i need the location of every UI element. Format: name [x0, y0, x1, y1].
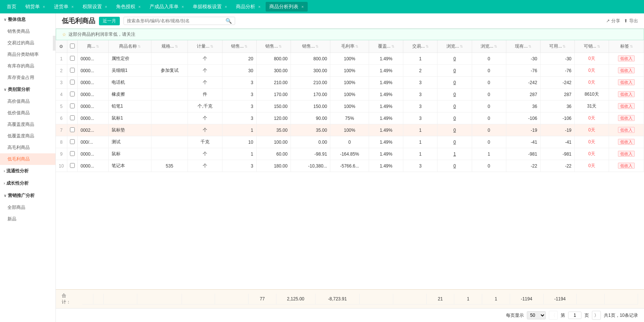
row-checkbox[interactable] [70, 151, 75, 156]
row-trade: 1 [403, 124, 438, 136]
sidebar-item-all-products[interactable]: 全部商品 [0, 202, 55, 213]
sidebar-item-low-value[interactable]: 低价值商品 [0, 107, 55, 119]
col-gross-margin[interactable]: 毛利率⇅ [330, 40, 369, 53]
col-sale-price[interactable]: 销售...⇅ [256, 40, 291, 53]
sidebar-item-traded-products[interactable]: 交易过的商品 [0, 37, 55, 49]
row-saleable: 0天 [575, 124, 609, 136]
col-unit[interactable]: 计量...⇅ [188, 40, 222, 53]
sidebar-item-high-value[interactable]: 高价值商品 [0, 96, 55, 107]
page-number-input[interactable] [568, 312, 581, 319]
sidebar-group-growth[interactable]: › 成长性分析 [0, 177, 55, 189]
search-input[interactable] [127, 18, 225, 23]
sidebar-collapse-button[interactable]: 《 [53, 36, 56, 51]
sidebar-item-high-coverage[interactable]: 高覆盖度商品 [0, 119, 55, 130]
col-current[interactable]: 现有...⇅ [506, 40, 540, 53]
sidebar-item-sales-products[interactable]: 销售类商品 [0, 26, 55, 37]
nav-product-analysis[interactable]: 商品分析 × [232, 2, 264, 12]
nav-purchase[interactable]: 进货单 × [50, 2, 77, 12]
row-checkbox-cell[interactable] [67, 148, 77, 160]
col-saleable[interactable]: 可销...⇅ [575, 40, 609, 53]
col-checkbox[interactable] [67, 40, 77, 53]
row-browse1[interactable]: 1 [438, 148, 472, 160]
sidebar-group-marketing[interactable]: ∨ 营销推广分析 [0, 189, 55, 202]
row-checkbox-cell[interactable] [67, 89, 77, 101]
sidebar-item-high-margin[interactable]: 高毛利商品 [0, 142, 55, 153]
row-checkbox[interactable] [70, 127, 75, 132]
row-sale-amount: 300.00 [291, 65, 330, 77]
row-checkbox[interactable] [70, 68, 75, 73]
row-checkbox-cell[interactable] [67, 53, 77, 65]
nav-roles[interactable]: 角色授权 × [112, 2, 144, 12]
row-browse1[interactable]: 0 [438, 160, 472, 172]
sidebar-group-liquidity[interactable]: › 流通性分析 [0, 165, 55, 177]
row-checkbox-cell[interactable] [67, 160, 77, 172]
nav-product-analysis-list[interactable]: 商品分析列表 × [266, 2, 307, 12]
col-sale-amount[interactable]: 销售...⇅ [291, 40, 330, 53]
prev-page-button[interactable]: 〈 [549, 311, 558, 320]
col-name[interactable]: 商品名称⇅ [109, 40, 151, 53]
col-available[interactable]: 可用...⇅ [540, 40, 574, 53]
nav-product-analysis-close-icon[interactable]: × [258, 4, 260, 9]
row-checkbox-cell[interactable] [67, 101, 77, 112]
row-sale-price: 60.00 [256, 148, 291, 160]
row-browse1[interactable]: 0 [438, 112, 472, 124]
col-spec[interactable]: 规格...⇅ [151, 40, 188, 53]
nav-product-entry-close-icon[interactable]: × [182, 4, 184, 9]
row-checkbox[interactable] [70, 80, 75, 85]
nav-sales[interactable]: 销货单 × [22, 2, 49, 12]
page-size-select[interactable]: 50 10 20 100 [527, 311, 546, 319]
row-checkbox[interactable] [70, 56, 75, 61]
nav-product-entry[interactable]: 产成品入库单 × [146, 2, 188, 12]
col-code[interactable]: 商...⇅ [77, 40, 109, 53]
row-browse1[interactable]: 0 [438, 77, 472, 89]
nav-product-analysis-list-close-icon[interactable]: × [301, 4, 304, 9]
row-checkbox-cell[interactable] [67, 136, 77, 148]
row-browse1[interactable]: 0 [438, 136, 472, 148]
row-checkbox[interactable] [70, 163, 75, 168]
row-checkbox[interactable] [70, 92, 75, 96]
sidebar-item-category-rate[interactable]: 商品分类助销率 [0, 49, 55, 60]
sidebar-item-low-coverage[interactable]: 低覆盖度商品 [0, 130, 55, 142]
select-all-checkbox[interactable] [70, 44, 75, 48]
row-browse1[interactable]: 0 [438, 53, 472, 65]
table-row: 4 0000... 橡皮擦 件 3 170.00 170.00 100% 1.4… [56, 89, 644, 101]
col-trade[interactable]: 交易...⇅ [403, 40, 438, 53]
sidebar-group-category[interactable]: ∨ 类别室分析 [0, 83, 55, 96]
search-icon[interactable]: 🔍 [225, 18, 232, 24]
row-checkbox-cell[interactable] [67, 65, 77, 77]
sidebar-item-new-products[interactable]: 新品 [0, 213, 55, 225]
sidebar-group-overall[interactable]: ∨ 整体信息 [0, 13, 55, 26]
row-available: -242 [540, 77, 574, 89]
col-browse1[interactable]: 浏览...⇅ [438, 40, 472, 53]
date-filter-button[interactable]: 近一月 [99, 17, 120, 25]
row-checkbox[interactable] [70, 139, 75, 144]
row-browse1[interactable]: 0 [438, 101, 472, 112]
nav-roles-close-icon[interactable]: × [138, 4, 141, 9]
nav-sales-close-icon[interactable]: × [43, 4, 45, 9]
nav-home[interactable]: 首页 [3, 2, 20, 12]
col-browse2[interactable]: 浏览...⇅ [472, 40, 506, 53]
row-browse1[interactable]: 0 [438, 89, 472, 101]
export-button[interactable]: ⬆ 导出 [624, 18, 638, 24]
nav-permissions-close-icon[interactable]: × [105, 4, 107, 9]
col-settings[interactable]: ⚙ [56, 40, 67, 53]
col-coverage[interactable]: 覆盖...⇅ [369, 40, 403, 53]
nav-template[interactable]: 单据模板设置 × [189, 2, 231, 12]
share-button[interactable]: ↗ 分享 [606, 18, 620, 24]
row-checkbox[interactable] [70, 103, 75, 108]
row-checkbox[interactable] [70, 115, 75, 120]
row-checkbox-cell[interactable] [67, 77, 77, 89]
sidebar-item-low-margin[interactable]: 低毛利商品 [0, 153, 55, 165]
sidebar-item-stocked-products[interactable]: 有库存的商品 [0, 60, 55, 72]
sidebar-item-inventory-capital[interactable]: 库存资金占用 [0, 72, 55, 83]
row-checkbox-cell[interactable] [67, 112, 77, 124]
nav-template-close-icon[interactable]: × [225, 4, 227, 9]
col-tag[interactable]: 标签⇅ [609, 40, 644, 53]
row-browse1[interactable]: 0 [438, 124, 472, 136]
nav-permissions[interactable]: 权限设置 × [79, 2, 111, 12]
row-checkbox-cell[interactable] [67, 124, 77, 136]
row-browse1[interactable]: 0 [438, 65, 472, 77]
next-page-button[interactable]: 〉 [592, 311, 601, 320]
nav-purchase-close-icon[interactable]: × [71, 4, 74, 9]
col-sale-qty[interactable]: 销售...⇅ [222, 40, 256, 53]
